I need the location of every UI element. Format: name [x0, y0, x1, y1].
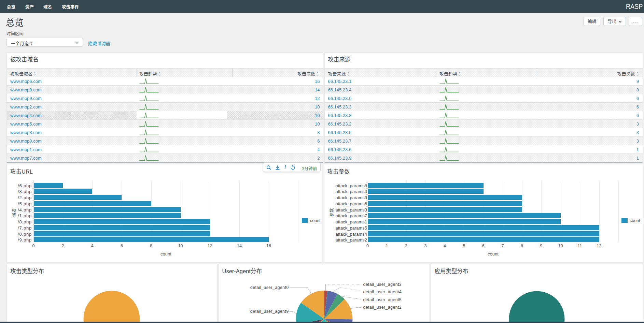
- svg-text:参数: 参数: [329, 208, 334, 217]
- svg-text:detail_user_agent4: detail_user_agent4: [363, 290, 402, 294]
- svg-text:detail_user_agent0: detail_user_agent0: [250, 285, 289, 290]
- svg-text:detail_user_agent9: detail_user_agent9: [250, 309, 289, 314]
- svg-text:detail_user_agent5: detail_user_agent5: [363, 297, 402, 302]
- svg-text:域名: 域名: [12, 208, 17, 217]
- svg-text:detail_user_agent2: detail_user_agent2: [363, 305, 402, 310]
- svg-text:detail_user_agent3: detail_user_agent3: [363, 282, 402, 287]
